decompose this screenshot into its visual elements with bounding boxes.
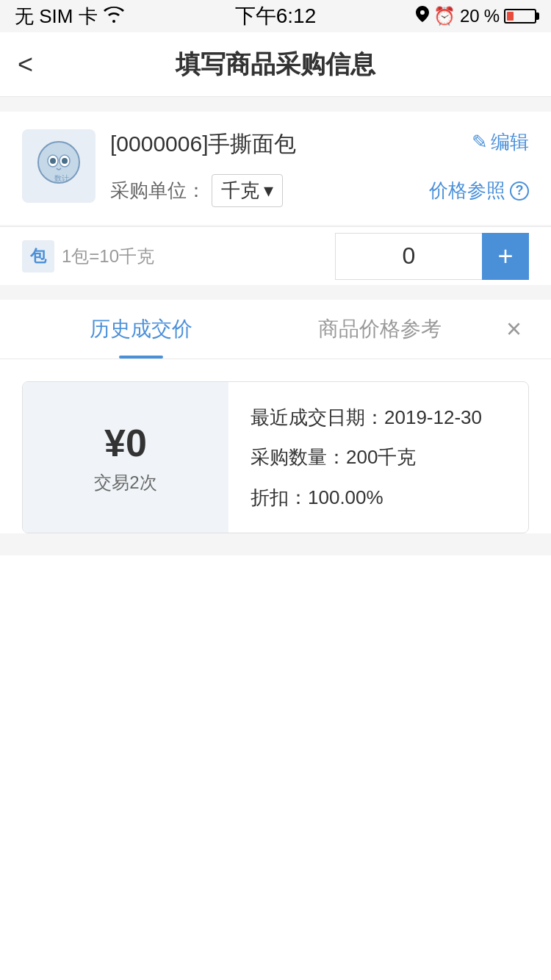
svg-point-3 (50, 158, 56, 164)
discount-label: 折扣： (251, 486, 308, 508)
battery-icon (504, 9, 536, 24)
page-title: 填写商品采购信息 (176, 48, 375, 82)
alarm-icon: ⏰ (433, 6, 455, 26)
close-panel-button[interactable]: × (499, 314, 529, 345)
battery-percent: 20 (460, 6, 480, 26)
price-detail-qty: 采购数量：200千克 (251, 444, 506, 470)
price-detail-date: 最近成交日期：2019-12-30 (251, 404, 506, 430)
quantity-input[interactable] (335, 233, 482, 280)
chevron-down-icon: ▾ (264, 179, 273, 202)
unit-row-left: 采购单位： 千克 ▾ (110, 174, 283, 207)
qty-plus-button[interactable]: + (482, 233, 529, 280)
help-circle-icon: ? (510, 181, 529, 201)
status-left: 无 SIM 卡 (15, 4, 124, 29)
qty-label: 采购数量： (251, 446, 346, 468)
quantity-row: 包 1包=10千克 + (0, 226, 551, 285)
product-image-icon: 数计 (37, 140, 81, 192)
price-amount: ¥0 (104, 421, 147, 465)
edit-icon: ✎ (472, 131, 488, 154)
price-card-right: 最近成交日期：2019-12-30 采购数量：200千克 折扣：100.00% (228, 382, 528, 533)
status-right: ⏰ 20% (416, 6, 536, 26)
unit-conversion: 1包=10千克 (62, 245, 154, 268)
tab-product-price-ref[interactable]: 商品价格参考 (260, 300, 498, 359)
currency-symbol: ¥ (104, 422, 126, 464)
edit-button[interactable]: ✎ 编辑 (472, 129, 529, 155)
tab-history-price[interactable]: 历史成交价 (22, 300, 260, 359)
svg-text:数计: 数计 (54, 174, 69, 182)
date-value: 2019-12-30 (384, 406, 482, 428)
battery-percent-sign: % (484, 6, 500, 26)
price-ref-label: 价格参照 (429, 178, 505, 203)
amount-value: 0 (126, 422, 147, 464)
price-trades: 交易2次 (94, 471, 156, 494)
price-card-left: ¥0 交易2次 (23, 382, 228, 533)
discount-value: 100.00% (308, 486, 383, 508)
status-bar: 无 SIM 卡 下午6:12 ⏰ 20% (0, 0, 551, 32)
unit-badge: 包 (22, 240, 54, 273)
product-card: 数计 [0000006]手撕面包 ✎ 编辑 采购单位： 千克 ▾ 价格参照 ? (0, 112, 551, 225)
price-detail-discount: 折扣：100.00% (251, 484, 506, 511)
tab-bar: 历史成交价 商品价格参考 × (0, 300, 551, 359)
time-label: 下午6:12 (235, 2, 317, 30)
carrier-label: 无 SIM 卡 (15, 4, 98, 29)
tab-history-price-label: 历史成交价 (90, 315, 192, 343)
edit-label: 编辑 (491, 129, 529, 155)
qty-value: 200千克 (346, 446, 416, 468)
price-card: ¥0 交易2次 最近成交日期：2019-12-30 采购数量：200千克 折扣：… (22, 381, 529, 533)
product-unit-row: 采购单位： 千克 ▾ 价格参照 ? (110, 174, 529, 207)
date-label: 最近成交日期： (251, 406, 384, 428)
back-button[interactable]: < (18, 49, 33, 80)
unit-info: 包 1包=10千克 (22, 240, 154, 273)
tab-product-price-ref-label: 商品价格参考 (318, 315, 442, 343)
qty-input-group: + (335, 233, 529, 280)
unit-select-dropdown[interactable]: 千克 ▾ (212, 174, 283, 207)
product-header: [0000006]手撕面包 ✎ 编辑 (110, 129, 529, 159)
location-icon (416, 6, 429, 26)
unit-select-value: 千克 (221, 178, 259, 203)
product-thumbnail: 数计 (22, 129, 96, 203)
unit-label: 采购单位： (110, 178, 206, 203)
price-reference-button[interactable]: 价格参照 ? (429, 178, 529, 203)
product-info: [0000006]手撕面包 ✎ 编辑 采购单位： 千克 ▾ 价格参照 ? (110, 129, 529, 207)
svg-point-4 (62, 158, 68, 164)
wifi-icon (104, 5, 124, 28)
product-name: [0000006]手撕面包 (110, 129, 296, 159)
price-reference-panel: 历史成交价 商品价格参考 × ¥0 交易2次 最近成交日期：2019-12-30… (0, 300, 551, 533)
empty-content-area (0, 555, 551, 980)
nav-bar: < 填写商品采购信息 (0, 32, 551, 97)
battery-fill (507, 12, 514, 21)
